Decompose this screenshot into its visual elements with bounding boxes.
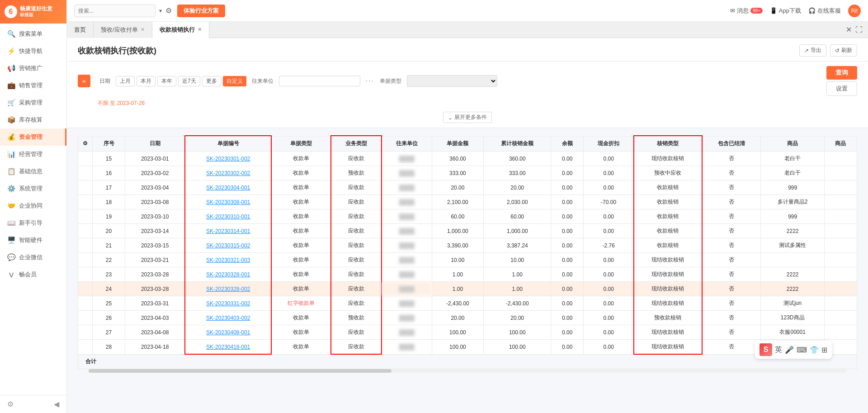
settings-icon[interactable]: ⚙ xyxy=(7,400,14,408)
td-include-settled: 否 xyxy=(702,282,761,296)
td-include-settled: 否 xyxy=(702,224,761,238)
date-last-month-btn[interactable]: 上月 xyxy=(116,76,135,86)
sidebar-item-marketing[interactable]: 📢 营销推广 xyxy=(0,60,66,77)
data-table: ⚙ 序号 日期 单据编号 单据类型 业务类型 往来单位 单据金额 累计核销金额 … xyxy=(78,135,857,369)
english-icon[interactable]: 英 xyxy=(775,345,782,355)
sidebar-item-sales[interactable]: 💼 销售管理 xyxy=(0,77,66,94)
sidebar-item-inventory[interactable]: 📦 库存核算 xyxy=(0,111,66,128)
date-7days-btn[interactable]: 近7天 xyxy=(178,76,200,86)
date-custom-btn[interactable]: 自定义 xyxy=(223,76,246,86)
tab-receivable[interactable]: 预收/应收付单 ✕ xyxy=(94,22,152,38)
th-gear: ⚙ xyxy=(78,136,93,152)
td-accum-write: 100.00 xyxy=(484,340,551,355)
sidebar-item-quicknav[interactable]: ⚡ 快捷导航 xyxy=(0,43,66,60)
shirt-icon[interactable]: 👕 xyxy=(810,346,819,354)
setting-button[interactable]: 设置 xyxy=(826,81,857,96)
td-write-type: 预收款核销 xyxy=(634,311,702,325)
tab-close-all-button[interactable]: ✕ xyxy=(846,25,852,34)
mobile-icon: 📱 xyxy=(770,7,777,14)
td-balance: 0.00 xyxy=(551,166,584,180)
sidebar-item-hardware[interactable]: 🖥️ 智能硬件 xyxy=(0,232,66,249)
online-service-item[interactable]: 🎧 在线客服 xyxy=(808,7,841,15)
td-goods2 xyxy=(824,209,857,224)
keyboard-icon[interactable]: ⌨ xyxy=(797,346,807,354)
topbar-search-input[interactable] xyxy=(74,5,156,17)
td-cash-discount: 0.00 xyxy=(584,224,634,238)
topbar-gear-icon[interactable]: ⚙ xyxy=(165,6,172,15)
doc-no-link[interactable]: SK-20230308-001 xyxy=(206,199,250,205)
td-balance: 0.00 xyxy=(551,195,584,209)
td-cash-discount: 0.00 xyxy=(584,325,634,340)
td-goods: 衣服00001 xyxy=(761,325,824,340)
sidebar-item-collab[interactable]: 🤝 企业协同 xyxy=(0,197,66,214)
td-write-type: 收款核销 xyxy=(634,238,702,253)
td-check xyxy=(78,340,93,355)
doc-no-link[interactable]: SK-20230310-001 xyxy=(206,214,250,220)
td-balance: 0.00 xyxy=(551,238,584,253)
td-check xyxy=(78,325,93,340)
grid-icon[interactable]: ⊞ xyxy=(821,346,827,354)
app-download-item[interactable]: 📱 App下载 xyxy=(770,7,801,15)
sidebar-item-member[interactable]: V 畅会员 xyxy=(0,266,66,283)
filter-toggle-btn[interactable]: » xyxy=(78,75,90,87)
doc-no-link[interactable]: SK-20230301-002 xyxy=(206,156,250,162)
scrollbar-thumb xyxy=(89,369,392,373)
doc-no-link[interactable]: SK-20230304-001 xyxy=(206,185,250,191)
td-doc-type: 收款单 xyxy=(271,152,330,166)
sidebar-item-search[interactable]: 🔍 搜索菜单 xyxy=(0,25,66,43)
td-cash-discount: 0.00 xyxy=(584,180,634,195)
collapse-icon[interactable]: ◀ xyxy=(54,400,59,408)
date-this-month-btn[interactable]: 本月 xyxy=(137,76,156,86)
date-this-year-btn[interactable]: 本年 xyxy=(157,76,176,86)
user-avatar[interactable]: Rit xyxy=(848,5,861,17)
td-date: 2023-03-21 xyxy=(125,253,185,267)
tab-writeoff-close[interactable]: ✕ xyxy=(198,27,202,33)
sidebar-item-wechat[interactable]: 💬 企业微信 xyxy=(0,249,66,266)
message-item[interactable]: ✉ 消息 99+ xyxy=(730,7,763,15)
solution-button[interactable]: 体验行业方案 xyxy=(177,5,225,17)
sidebar-item-operation[interactable]: 📊 经营管理 xyxy=(0,146,66,163)
doc-no-link[interactable]: SK-20230331-002 xyxy=(206,300,250,307)
doc-no-link[interactable]: SK-20230315-002 xyxy=(206,242,250,249)
tab-receivable-label: 预收/应收付单 xyxy=(101,26,138,34)
sidebar-item-basic[interactable]: 📋 基础信息 xyxy=(0,163,66,180)
mic-icon[interactable]: 🎤 xyxy=(785,346,794,354)
tab-writeoff[interactable]: 收款核销执行 ✕ xyxy=(152,22,209,38)
sidebar-item-system[interactable]: ⚙️ 系统管理 xyxy=(0,180,66,197)
tab-expand-button[interactable]: ⛶ xyxy=(855,26,863,34)
expand-icon: ⌄ xyxy=(448,114,453,121)
doc-no-link[interactable]: SK-20230328-002 xyxy=(206,286,250,292)
refresh-button[interactable]: ↺ 刷新 xyxy=(830,44,857,57)
tab-home[interactable]: 首页 xyxy=(67,22,94,38)
query-button[interactable]: 查询 xyxy=(826,66,857,80)
td-amount: 3,390.00 xyxy=(432,238,484,253)
td-doc-type: 红字收款单 xyxy=(271,296,330,311)
doc-no-link[interactable]: SK-20230321-003 xyxy=(206,257,250,263)
topbar-right: ✉ 消息 99+ 📱 App下载 🎧 在线客服 Rit xyxy=(730,5,861,17)
td-date: 2023-03-28 xyxy=(125,282,185,296)
td-write-type: 现结收款核销 xyxy=(634,296,702,311)
filter-dots[interactable]: ··· xyxy=(366,77,374,85)
topbar-dropdown[interactable]: ▾ xyxy=(159,8,162,14)
sidebar-item-purchase[interactable]: 🛒 采购管理 xyxy=(0,94,66,111)
doc-no-link[interactable]: SK-20230403-002 xyxy=(206,315,250,321)
doc-no-link[interactable]: SK-20230418-001 xyxy=(206,344,250,350)
doc-type-select[interactable] xyxy=(407,75,497,87)
doc-no-link[interactable]: SK-20230302-002 xyxy=(206,170,250,176)
expand-more-btn[interactable]: ⌄ 展开更多条件 xyxy=(443,112,492,123)
doc-no-link[interactable]: SK-20230328-001 xyxy=(206,271,250,278)
partner-input[interactable] xyxy=(279,76,360,86)
date-more-btn[interactable]: 更多 xyxy=(202,76,221,86)
sidebar-item-guide[interactable]: 📖 新手引导 xyxy=(0,214,66,232)
td-goods: 2222 xyxy=(761,224,824,238)
table-row: 24 2023-03-28 SK-20230328-002 收款单 应收款 ██… xyxy=(78,282,857,296)
td-no: 17 xyxy=(93,180,125,195)
export-button[interactable]: ↗ 导出 xyxy=(799,44,826,57)
horizontal-scrollbar[interactable] xyxy=(89,369,846,373)
table-row: 27 2023-04-08 SK-20230408-001 收款单 应收款 ██… xyxy=(78,325,857,340)
td-balance: 0.00 xyxy=(551,325,584,340)
doc-no-link[interactable]: SK-20230314-001 xyxy=(206,228,250,234)
doc-no-link[interactable]: SK-20230408-001 xyxy=(206,329,250,336)
sidebar-item-finance[interactable]: 💰 资金管理 xyxy=(0,128,66,146)
tab-receivable-close[interactable]: ✕ xyxy=(141,27,145,33)
